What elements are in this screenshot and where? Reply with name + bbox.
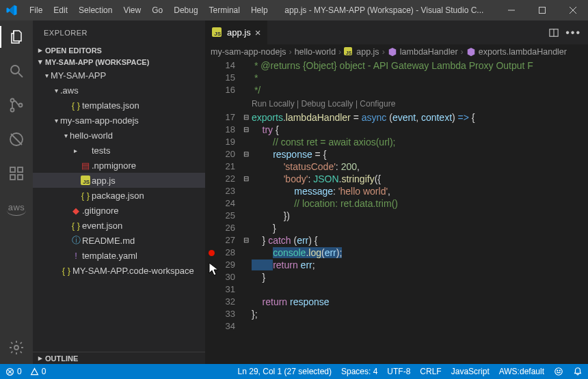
split-editor-icon[interactable] [549,28,559,38]
menu-terminal[interactable]: Terminal [204,3,245,17]
activity-settings[interactable] [0,337,33,359]
crumb-item[interactable]: app.js [356,47,379,57]
status-eol[interactable]: CRLF [420,367,441,376]
code-editor[interactable]: 14 * @returns {Object} object - API Gate… [205,59,588,364]
explorer-sidebar: EXPLORER ▸ OPEN EDITORS ▾ MY-SAM-APP (WO… [33,20,205,364]
codelens-debug[interactable]: Debug Locally [302,99,353,109]
svg-point-8 [19,104,23,107]
status-aws[interactable]: AWS:default [499,367,544,376]
tree-folder-hello[interactable]: ▾hello-world [33,128,205,143]
close-button[interactable] [557,0,588,20]
js-icon: JS [212,27,223,38]
yaml-icon: ! [70,251,82,261]
tab-appjs[interactable]: JS app.js × [205,20,268,44]
js-icon: JS [344,47,353,57]
main-menu: File Edit Selection View Go Debug Termin… [25,3,273,17]
maximize-button[interactable] [526,0,557,20]
crumb-item[interactable]: my-sam-app-nodejs [211,47,286,57]
tree-folder-tests[interactable]: ▸tests [33,143,205,158]
tree-file-codeworkspace[interactable]: { }MY-SAM-APP.code-workspace [33,263,205,278]
warning-icon [30,367,39,376]
crumb-item[interactable]: lambdaHandler [400,47,458,57]
svg-point-6 [11,99,14,102]
tree-label: template.yaml [82,251,137,261]
breakpoint-icon[interactable] [205,250,217,256]
tree-file-templates[interactable]: { }templates.json [33,98,205,113]
tree-file-readme[interactable]: ⓘREADME.md [33,233,205,248]
tree-file-gitignore[interactable]: ◆.gitignore [33,203,205,218]
crumb-item[interactable]: exports.lambdaHandler [479,47,567,57]
explorer-title: EXPLORER [33,20,205,44]
breadcrumbs[interactable]: my-sam-app-nodejs› hello-world› JS app.j… [205,44,588,59]
method-icon [466,47,476,57]
tree-label: hello-world [70,130,113,141]
activity-bar: aws [0,20,33,364]
aws-icon: aws [8,202,25,212]
status-warnings[interactable]: 0 [30,367,46,376]
svg-rect-14 [18,167,23,172]
codelens-configure[interactable]: Configure [360,99,395,109]
tree-file-event[interactable]: { }event.json [33,218,205,233]
menu-debug[interactable]: Debug [169,3,202,17]
codelens-run[interactable]: Run Locally [252,99,295,109]
svg-point-4 [11,66,19,74]
tree-label: MY-SAM-APP [51,70,106,81]
tree-file-npmignore[interactable]: ▤.npmignore [33,158,205,173]
svg-point-21 [555,368,563,376]
tree-file-package[interactable]: { }package.json [33,188,205,203]
status-spaces[interactable]: Spaces: 4 [341,367,377,376]
close-tab-icon[interactable]: × [255,27,261,38]
open-editors-label: OPEN EDITORS [45,46,102,55]
svg-point-23 [559,370,560,371]
menu-help[interactable]: Help [246,3,273,17]
status-cursor[interactable]: Ln 29, Col 1 (27 selected) [238,367,332,376]
tree-label: .npmignore [92,160,136,171]
menu-go[interactable]: Go [147,3,168,17]
status-errors[interactable]: 0 [5,367,22,376]
status-language[interactable]: JavaScript [451,367,490,376]
gear-icon [8,339,25,356]
tree-folder-aws[interactable]: ▾.aws [33,83,205,98]
svg-rect-12 [10,175,15,180]
menu-view[interactable]: View [118,3,146,17]
section-outline[interactable]: ▸ OUTLINE [33,352,205,364]
tab-label: app.js [227,27,251,38]
npm-icon: ▤ [79,160,92,171]
minimize-button[interactable] [496,0,526,20]
status-feedback[interactable] [554,367,563,376]
section-open-editors[interactable]: ▸ OPEN EDITORS [33,44,205,56]
more-actions-icon[interactable]: ••• [565,27,581,39]
menu-selection[interactable]: Selection [74,3,117,17]
json-icon: { } [70,221,82,231]
tree-label: tests [92,145,110,156]
tree-label: .aws [60,85,79,96]
activity-scm[interactable] [0,94,33,116]
tree-root[interactable]: ▾MY-SAM-APP [33,68,205,83]
tree-label: templates.json [82,100,139,111]
tree-file-template[interactable]: !template.yaml [33,248,205,263]
js-icon: JS [79,176,92,185]
window-controls [496,0,588,20]
status-bell[interactable] [573,367,583,376]
activity-debug[interactable] [0,128,33,150]
activity-aws[interactable]: aws [0,197,33,223]
outline-label: OUTLINE [45,354,78,363]
error-icon [5,367,14,376]
menu-file[interactable]: File [25,3,47,17]
activity-explorer[interactable] [0,26,33,48]
tab-actions: ••• [542,20,588,44]
svg-point-7 [11,109,14,112]
activity-search[interactable] [0,60,33,82]
tree-folder-nodejs[interactable]: ▾my-sam-app-nodejs [33,113,205,128]
window-title: app.js - MY-SAM-APP (Workspace) - Visual… [273,5,496,15]
json-icon: { } [70,100,82,111]
tree-file-appjs[interactable]: JSapp.js [33,173,205,188]
status-encoding[interactable]: UTF-8 [387,367,410,376]
menu-edit[interactable]: Edit [49,3,72,17]
activity-extensions[interactable] [0,163,33,184]
crumb-item[interactable]: hello-world [295,47,336,57]
vscode-logo-icon [5,4,18,16]
svg-point-15 [14,346,18,350]
tree-label: .gitignore [82,206,118,216]
section-workspace[interactable]: ▾ MY-SAM-APP (WORKSPACE) [33,56,205,68]
